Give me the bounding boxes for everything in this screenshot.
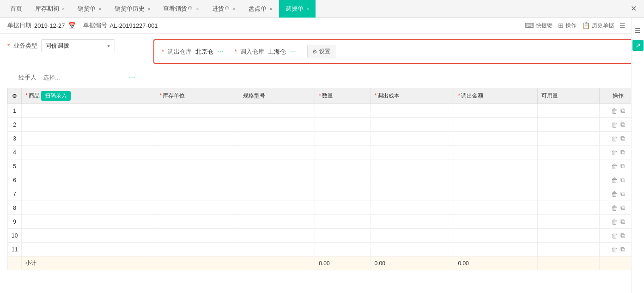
copy-row-icon[interactable]: ⧉ xyxy=(620,232,625,239)
copy-row-icon[interactable]: ⧉ xyxy=(620,148,625,156)
tab-close-inventory-init[interactable]: × xyxy=(62,6,65,12)
cell-available[interactable] xyxy=(538,146,600,159)
cell-quantity[interactable] xyxy=(315,243,371,256)
copy-row-icon[interactable]: ⧉ xyxy=(620,204,625,212)
cell-amount[interactable] xyxy=(454,229,538,243)
shortcuts-button[interactable]: ⌨ 快捷键 xyxy=(525,22,553,30)
cell-quantity[interactable] xyxy=(315,146,371,159)
cell-unit[interactable] xyxy=(156,173,239,187)
cell-amount[interactable] xyxy=(454,243,538,256)
settings-button[interactable]: ⚙ 设置 xyxy=(307,45,335,58)
tab-home[interactable]: 首页 xyxy=(4,0,29,18)
layout-list-button[interactable]: ☰ xyxy=(620,22,626,29)
cell-amount[interactable] xyxy=(454,173,538,187)
cell-spec[interactable] xyxy=(239,132,315,146)
cell-cost[interactable] xyxy=(371,215,454,229)
cell-quantity[interactable] xyxy=(315,173,371,187)
tab-sales-history[interactable]: 销货单历史 × xyxy=(108,0,157,18)
cell-product[interactable] xyxy=(22,173,156,187)
cell-cost[interactable] xyxy=(371,146,454,159)
tab-transfer[interactable]: 调拨单 × xyxy=(279,0,316,18)
delete-row-icon[interactable]: 🗑 xyxy=(611,190,618,198)
cell-quantity[interactable] xyxy=(315,104,371,118)
cell-quantity[interactable] xyxy=(315,159,371,173)
cell-amount[interactable] xyxy=(454,159,538,173)
cell-quantity[interactable] xyxy=(315,215,371,229)
cell-unit[interactable] xyxy=(156,118,239,132)
cell-spec[interactable] xyxy=(239,159,315,173)
cell-amount[interactable] xyxy=(454,132,538,146)
cell-spec[interactable] xyxy=(239,173,315,187)
cell-cost[interactable] xyxy=(371,159,454,173)
cell-product[interactable] xyxy=(22,104,156,118)
calendar-icon[interactable]: 📅 xyxy=(68,22,76,29)
sidebar-list-icon[interactable]: ☰ xyxy=(632,25,644,36)
cell-product[interactable] xyxy=(22,132,156,146)
tab-close-transfer[interactable]: × xyxy=(306,6,309,12)
cell-product[interactable] xyxy=(22,118,156,132)
tab-close-purchase[interactable]: × xyxy=(233,6,236,12)
tab-stocktake[interactable]: 盘点单 × xyxy=(242,0,279,18)
cell-product[interactable] xyxy=(22,201,156,215)
cell-spec[interactable] xyxy=(239,229,315,243)
cell-available[interactable] xyxy=(538,243,600,256)
copy-row-icon[interactable]: ⧉ xyxy=(620,162,625,170)
tab-sales-order[interactable]: 销货单 × xyxy=(71,0,108,18)
delete-row-icon[interactable]: 🗑 xyxy=(611,218,618,226)
operations-button[interactable]: ⊞ 操作 xyxy=(558,22,577,30)
copy-row-icon[interactable]: ⧉ xyxy=(620,121,625,128)
cell-available[interactable] xyxy=(538,229,600,243)
tab-close-view-sales[interactable]: × xyxy=(196,6,199,12)
delete-row-icon[interactable]: 🗑 xyxy=(611,163,618,170)
cell-spec[interactable] xyxy=(239,243,315,256)
copy-row-icon[interactable]: ⧉ xyxy=(620,107,625,115)
cell-cost[interactable] xyxy=(371,132,454,146)
warehouse-in-more-icon[interactable]: ··· xyxy=(290,48,296,56)
tab-close-sales-order[interactable]: × xyxy=(98,6,101,12)
cell-unit[interactable] xyxy=(156,229,239,243)
cell-unit[interactable] xyxy=(156,243,239,256)
cell-unit[interactable] xyxy=(156,215,239,229)
cell-spec[interactable] xyxy=(239,187,315,201)
cell-quantity[interactable] xyxy=(315,132,371,146)
cell-cost[interactable] xyxy=(371,229,454,243)
tab-view-sales[interactable]: 查看销货单 × xyxy=(157,0,205,18)
delete-row-icon[interactable]: 🗑 xyxy=(611,177,618,184)
cell-cost[interactable] xyxy=(371,118,454,132)
cell-available[interactable] xyxy=(538,187,600,201)
delete-row-icon[interactable]: 🗑 xyxy=(611,246,618,253)
warehouse-out-more-icon[interactable]: ··· xyxy=(217,48,223,56)
tab-inventory-init[interactable]: 库存期初 × xyxy=(29,0,71,18)
delete-row-icon[interactable]: 🗑 xyxy=(611,135,618,142)
cell-unit[interactable] xyxy=(156,132,239,146)
cell-cost[interactable] xyxy=(371,243,454,256)
cell-amount[interactable] xyxy=(454,215,538,229)
cell-spec[interactable] xyxy=(239,104,315,118)
copy-row-icon[interactable]: ⧉ xyxy=(620,134,625,142)
cell-quantity[interactable] xyxy=(315,229,371,243)
scan-button[interactable]: 扫码录入 xyxy=(41,91,71,101)
business-type-select[interactable]: 同价调拨 ▼ xyxy=(41,39,115,52)
cell-amount[interactable] xyxy=(454,201,538,215)
tab-close-stocktake[interactable]: × xyxy=(269,6,272,12)
cell-quantity[interactable] xyxy=(315,201,371,215)
cell-unit[interactable] xyxy=(156,201,239,215)
cell-available[interactable] xyxy=(538,118,600,132)
cell-quantity[interactable] xyxy=(315,118,371,132)
copy-row-icon[interactable]: ⧉ xyxy=(620,176,625,184)
cell-cost[interactable] xyxy=(371,173,454,187)
cell-amount[interactable] xyxy=(454,146,538,159)
cell-product[interactable] xyxy=(22,229,156,243)
cell-amount[interactable] xyxy=(454,187,538,201)
delete-row-icon[interactable]: 🗑 xyxy=(611,204,618,212)
cell-amount[interactable] xyxy=(454,118,538,132)
cell-available[interactable] xyxy=(538,132,600,146)
cell-quantity[interactable] xyxy=(315,187,371,201)
cell-unit[interactable] xyxy=(156,146,239,159)
cell-spec[interactable] xyxy=(239,201,315,215)
column-settings-icon[interactable]: ⚙ xyxy=(12,93,17,99)
copy-row-icon[interactable]: ⧉ xyxy=(620,190,625,198)
history-button[interactable]: 📋 历史单据 xyxy=(582,22,614,30)
cell-product[interactable] xyxy=(22,146,156,159)
tab-close-sales-history[interactable]: × xyxy=(147,6,150,12)
